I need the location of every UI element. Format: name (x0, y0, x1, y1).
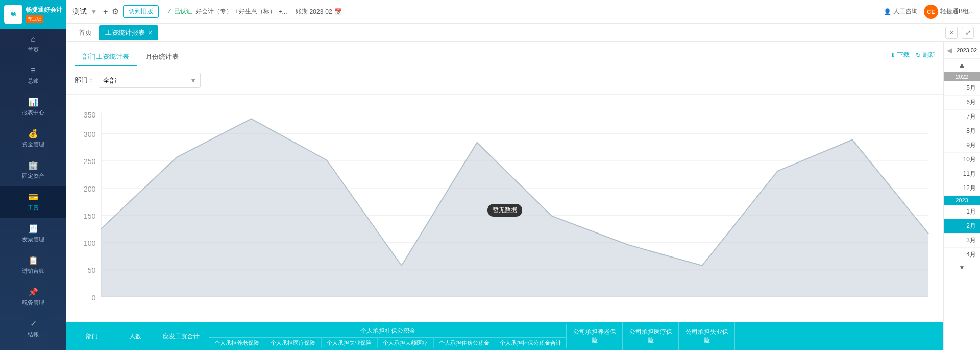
sidebar-item-reports[interactable]: 📊 报表中心 (0, 91, 66, 123)
refresh-button[interactable]: ↻ 刷新 (916, 51, 935, 59)
purchase-icon: 📋 (28, 255, 38, 265)
month-2022-5[interactable]: 5月 (944, 81, 980, 96)
switch-old-button[interactable]: 切到旧版 (123, 5, 159, 18)
tab-bar: 首页 工资统计报表 × × ⤢ (66, 24, 980, 42)
sidebar-label-tax: 税务管理 (22, 299, 44, 307)
sidebar-label-assets: 固定资产 (22, 172, 44, 180)
col-personal-total: 个人承担社保公积金合计 (495, 338, 567, 348)
user-avatar: CE (924, 5, 938, 19)
service-label: 人工咨询 (893, 7, 918, 16)
certified-badge: ✓ 已认证 (167, 7, 192, 16)
svg-text:0: 0 (92, 294, 96, 302)
company-name: 测试 (72, 7, 87, 16)
header-add-btn[interactable]: + (103, 7, 108, 16)
svg-text:300: 300 (84, 130, 96, 138)
sidebar-item-home[interactable]: ⌂ 首页 (0, 29, 66, 60)
reports-icon: 📊 (28, 97, 38, 107)
sidebar-item-invoice[interactable]: 🧾 发票管理 (0, 218, 66, 249)
col-count: 人数 (117, 322, 153, 350)
month-2023-4[interactable]: 4月 (944, 248, 980, 262)
col-group-personal-sub: 个人承担养老保险 个人承担医疗保险 个人承担失业保险 个人承担大额医疗 个人承担… (209, 338, 567, 348)
month-2022-7[interactable]: 7月 (944, 110, 980, 124)
logo-icon: 畅 (4, 5, 22, 24)
col-group-personal: 个人承担社保公积金 个人承担养老保险 个人承担医疗保险 个人承担失业保险 个人承… (209, 324, 567, 348)
tab-close-button[interactable]: × (148, 29, 152, 37)
invoice-icon: 🧾 (28, 224, 38, 234)
filter-dept-select[interactable]: 全部 部门A 部门B (99, 73, 201, 88)
sidebar-label-ledger: 总账 (28, 77, 39, 85)
sidebar-item-settlement[interactable]: ✓ 结账 (0, 313, 66, 344)
filter-bar: 部门： 全部 部门A 部门B ▼ (66, 66, 943, 95)
sub-tab-dept[interactable]: 部门工资统计表 (75, 48, 137, 66)
col-company-medical: 公司承担医疗保险 (623, 322, 679, 350)
sidebar-item-archive[interactable]: 📁 归档管理 (0, 344, 66, 350)
filter-dept-wrapper: 全部 部门A 部门B ▼ (99, 73, 201, 88)
sidebar-item-ledger[interactable]: ≡ 总账 (0, 60, 66, 91)
panel-nav-up[interactable]: ▲ (944, 59, 980, 72)
right-panel-prev[interactable]: ◀ (947, 46, 952, 54)
sidebar-item-payroll[interactable]: 💳 工资 (0, 186, 66, 218)
settlement-icon: ✓ (30, 319, 37, 329)
tab-home[interactable]: 首页 (72, 25, 98, 40)
assets-icon: 🏢 (28, 160, 38, 170)
month-2022-10[interactable]: 10月 (944, 153, 980, 167)
sidebar-item-tax[interactable]: 📌 税务管理 (0, 281, 66, 313)
svg-text:350: 350 (84, 110, 96, 119)
col-company-pension: 公司承担养老保险 (567, 322, 623, 350)
col-personal-housing: 个人承担住房公积金 (434, 338, 495, 348)
sidebar-item-purchase[interactable]: 📋 进销台账 (0, 249, 66, 281)
top-header: 测试 ▼ + ⚙ 切到旧版 ✓ 已认证 好会计（专） +好生意（标） +... … (66, 0, 980, 24)
sub-tab-monthly[interactable]: 月份统计表 (137, 48, 187, 66)
col-personal-medical: 个人承担医疗保险 (265, 338, 322, 348)
calendar-icon[interactable]: 📅 (334, 8, 342, 15)
service-button[interactable]: 👤 人工咨询 (884, 7, 918, 16)
badge-good-business: +好生意（标） (235, 7, 276, 16)
svg-text:200: 200 (84, 185, 96, 193)
tab-maximize-button[interactable]: ⤢ (962, 27, 974, 39)
home-icon: ⌂ (31, 35, 36, 44)
company-dropdown-arrow[interactable]: ▼ (91, 8, 97, 15)
user-name: 轻捷通B组... (940, 7, 974, 16)
user-profile[interactable]: CE 轻捷通B组... (924, 5, 974, 19)
download-button[interactable]: ⬇ 下载 (890, 51, 910, 59)
col-personal-pension: 个人承担养老保险 (209, 338, 265, 348)
tab-minimize-button[interactable]: × (945, 27, 958, 39)
sidebar-item-funds[interactable]: 💰 资金管理 (0, 123, 66, 154)
sidebar-nav: ⌂ 首页 ≡ 总账 📊 报表中心 💰 资金管理 🏢 固定资产 💳 工资 🧾 发票… (0, 29, 66, 350)
month-2023-2[interactable]: 2月 (944, 219, 980, 234)
content-area: 部门工资统计表 月份统计表 ⬇ 下载 ↻ 刷新 部门： (66, 42, 980, 350)
col-group-personal-header: 个人承担社保公积金 (209, 324, 566, 338)
sub-tab-actions: ⬇ 下载 ↻ 刷新 (890, 51, 935, 63)
month-2022-9[interactable]: 9月 (944, 138, 980, 153)
logo-line1: 畅捷通好会计 (26, 6, 62, 14)
sidebar-item-assets[interactable]: 🏢 固定资产 (0, 154, 66, 186)
tab-payroll-report[interactable]: 工资统计报表 × (99, 25, 158, 40)
sidebar-label-funds: 资金管理 (22, 141, 44, 148)
sidebar-label-invoice: 发票管理 (22, 236, 44, 243)
panel-nav-down[interactable]: ▼ (944, 262, 980, 273)
service-icon: 👤 (884, 8, 891, 15)
col-personal-major-medical: 个人承担大额医疗 (378, 338, 434, 348)
header-badges: ✓ 已认证 好会计（专） +好生意（标） +... (167, 7, 287, 16)
payroll-icon: 💳 (28, 192, 38, 202)
tab-payroll-report-label: 工资统计报表 (105, 28, 145, 37)
month-2022-12[interactable]: 12月 (944, 181, 980, 196)
filter-dept-label: 部门： (75, 76, 94, 85)
month-2023-1[interactable]: 1月 (944, 205, 980, 219)
chart-tooltip: 暂无数据 (487, 204, 522, 217)
month-2022-11[interactable]: 11月 (944, 167, 980, 181)
sidebar-label-home: 首页 (28, 46, 39, 54)
logo-badge: 专业版 (26, 15, 43, 23)
sub-tabs: 部门工资统计表 月份统计表 ⬇ 下载 ↻ 刷新 (66, 42, 943, 66)
svg-text:50: 50 (88, 266, 96, 274)
svg-text:150: 150 (84, 212, 96, 220)
header-right: 👤 人工咨询 CE 轻捷通B组... (884, 5, 974, 19)
sidebar-label-purchase: 进销台账 (22, 267, 44, 275)
month-2023-3[interactable]: 3月 (944, 234, 980, 248)
header-settings-icon[interactable]: ⚙ (112, 7, 119, 16)
month-2022-8[interactable]: 8月 (944, 124, 980, 138)
period-info: 账期 2023-02 📅 (296, 7, 342, 16)
chart-area: 0 50 100 150 200 250 300 350 暂无数据 (66, 95, 943, 322)
month-2022-6[interactable]: 6月 (944, 96, 980, 110)
sidebar-label-reports: 报表中心 (22, 109, 44, 116)
